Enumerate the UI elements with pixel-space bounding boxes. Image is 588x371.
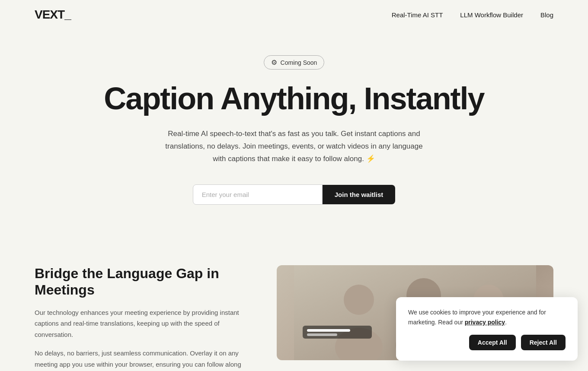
- cookie-banner: We use cookies to improve your experienc…: [396, 297, 578, 361]
- hero-section: ⚙ Coming Soon Caption Anything, Instantl…: [0, 29, 588, 239]
- lower-text: Bridge the Language Gap in Meetings Our …: [35, 265, 251, 371]
- nav-item-stt[interactable]: Real-Time AI STT: [392, 11, 443, 19]
- nav-item-llm[interactable]: LLM Workflow Builder: [460, 11, 523, 19]
- badge-text: Coming Soon: [281, 59, 317, 66]
- svg-rect-7: [303, 326, 372, 339]
- svg-rect-9: [307, 333, 337, 336]
- waitlist-form: Join the waitlist: [193, 184, 396, 205]
- lower-para1: Our technology enhances your meeting exp…: [35, 307, 251, 340]
- cookie-buttons: Accept All Reject All: [408, 335, 566, 350]
- cookie-text: We use cookies to improve your experienc…: [408, 308, 566, 327]
- nav-item-blog[interactable]: Blog: [540, 11, 553, 19]
- email-input[interactable]: [193, 184, 323, 205]
- badge-icon: ⚙: [271, 58, 277, 67]
- svg-point-1: [344, 285, 374, 315]
- accept-all-button[interactable]: Accept All: [469, 335, 516, 350]
- lower-para2: No delays, no barriers, just seamless co…: [35, 348, 251, 370]
- lower-heading: Bridge the Language Gap in Meetings: [35, 265, 251, 298]
- join-waitlist-button[interactable]: Join the waitlist: [323, 185, 396, 204]
- logo[interactable]: VEXT_: [35, 8, 71, 22]
- reject-all-button[interactable]: Reject All: [521, 335, 566, 350]
- svg-rect-8: [307, 329, 350, 332]
- hero-subtitle: Real-time AI speech-to-text that's as fa…: [160, 128, 428, 165]
- hero-title: Caption Anything, Instantly: [104, 82, 484, 116]
- nav: Real-Time AI STT LLM Workflow Builder Bl…: [392, 11, 553, 19]
- header: VEXT_ Real-Time AI STT LLM Workflow Buil…: [0, 0, 588, 29]
- coming-soon-badge: ⚙ Coming Soon: [264, 55, 325, 70]
- privacy-policy-link[interactable]: privacy policy: [465, 319, 505, 326]
